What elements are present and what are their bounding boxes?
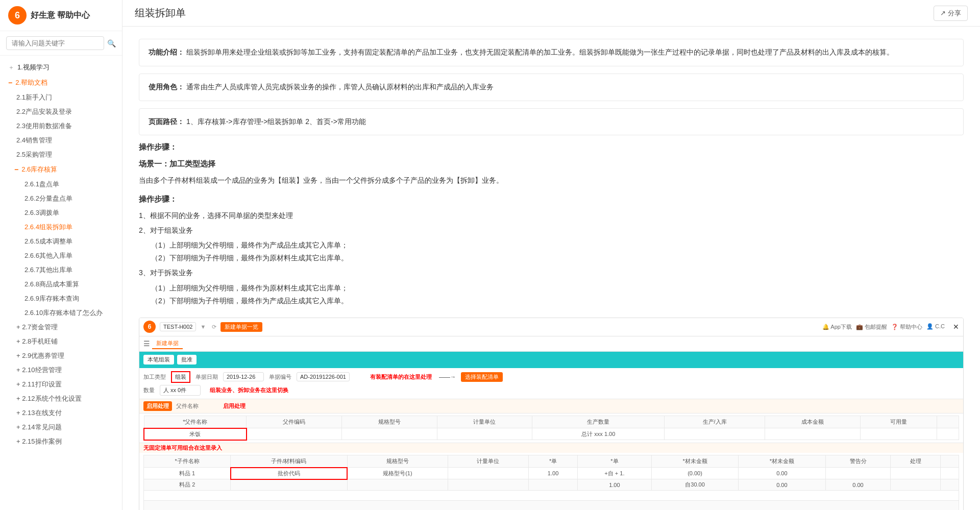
sidebar-item-267[interactable]: 2.6.7其他出库单	[0, 263, 122, 277]
sidebar-item-268[interactable]: 2.6.8商品成本重算	[0, 277, 122, 292]
mock-lth-5: *单	[529, 455, 578, 468]
search-input[interactable]	[6, 36, 104, 50]
mock-nav: ☰ 新建单据	[139, 336, 963, 352]
sidebar-item-23[interactable]: 2.3使用前数据准备	[0, 119, 122, 133]
sidebar-item-215[interactable]: + 2.15操作案例	[0, 434, 122, 449]
role-block: 使用角色： 通常由生产人员或库管人员完成拆装业务的操作，库管人员确认原材料的出库…	[139, 74, 964, 101]
sidebar-item-video[interactable]: ＋ 1.视频学习	[0, 60, 122, 75]
sidebar-item-210[interactable]: + 2.10经营管理	[0, 363, 122, 377]
sidebar-item-2610[interactable]: 2.6.10库存账本错了怎么办	[0, 306, 122, 320]
mock-td-spec	[341, 428, 437, 440]
ops-steps-title: 操作步骤：	[139, 195, 964, 204]
mock-ltd-1: 料品 1	[144, 468, 231, 479]
sidebar-item-212[interactable]: + 2.12系统个性化设置	[0, 392, 122, 406]
mock-ltd2-2	[231, 479, 347, 491]
search-box: 🔍	[0, 31, 122, 56]
sidebar-item-26[interactable]: − 2.6库存核算	[0, 162, 122, 177]
mock-upper-table-wrap: *父件名称 父件编码 规格型号 计量单位 生产数量 生产/入库 成本金额 可用量	[139, 414, 963, 443]
scene1-desc: 当由多个子件材料组装成一个成品的业务为【组装】业务，当由一个父件拆分成多个子产品…	[139, 174, 964, 187]
sidebar-item-docs[interactable]: − 2.帮助文档	[0, 75, 122, 90]
mock-config-btn[interactable]: 选择装配清单	[461, 372, 503, 382]
mock-upper-table: *父件名称 父件编码 规格型号 计量单位 生产数量 生产/入库 成本金额 可用量	[143, 416, 959, 441]
search-icon[interactable]: 🔍	[107, 39, 116, 47]
sidebar-item-261[interactable]: 2.6.1盘点单	[0, 177, 122, 191]
mock-form-area: 加工类型 组装 单据日期 2019-12-26 单据编号 AD-20191226…	[139, 368, 963, 399]
mock-toolbar-approve[interactable]: 批准	[177, 355, 197, 365]
mock-dropdown-icon: ▼	[200, 324, 206, 330]
sidebar-item-266[interactable]: 2.6.6其他入库单	[0, 249, 122, 263]
mock-nav-item-docs[interactable]: 新建单据	[152, 338, 183, 349]
sidebar-item-263[interactable]: 2.6.3调拨单	[0, 206, 122, 220]
mock-lower-table-wrap: *子件名称 子件/材料编码 规格型号 计量单位 *单 *单 *材未金额 *材未金…	[139, 453, 963, 510]
callout4-text: 无固定清单可用组合在这里录入	[143, 444, 222, 452]
step-1: 1、根据不同的业务，选择不同单据的类型来处理	[139, 209, 964, 222]
mock-lower-table: *子件名称 子件/材料编码 规格型号 计量单位 *单 *单 *材未金额 *材未金…	[143, 455, 959, 510]
mock-ltd2-3	[347, 479, 448, 491]
mock-th-7: 成本金额	[765, 416, 860, 428]
mock-lth-3: 规格型号	[347, 455, 448, 468]
step-2-1: （1）上部明细为父件明细，最终作为产成品生成其它入库单；	[151, 239, 964, 252]
sidebar-item-label: 2.6库存核算	[21, 165, 57, 174]
mock-ltd-10	[891, 468, 940, 479]
expand-icon: ＋	[8, 63, 14, 72]
sidebar-item-262[interactable]: 2.6.2分量盘点单	[0, 191, 122, 206]
mock-field-type-label: 加工类型	[143, 373, 166, 381]
callout1-arrow: ——→	[439, 374, 456, 380]
sidebar-item-213[interactable]: + 2.13在线支付	[0, 406, 122, 420]
mock-toolbar-save[interactable]: 本笔组装	[143, 355, 174, 365]
sidebar-item-24[interactable]: 2.4销售管理	[0, 133, 122, 148]
sidebar-item-264[interactable]: 2.6.4组装拆卸单	[0, 220, 122, 234]
sidebar-item-28[interactable]: + 2.8手机旺铺	[0, 334, 122, 349]
sidebar-header: 6 好生意 帮助中心	[0, 0, 122, 31]
mock-ltd2-1: 料品 2	[144, 479, 231, 491]
sidebar-item-21[interactable]: 2.1新手入门	[0, 90, 122, 105]
mock-ltd-7: (0.00)	[651, 468, 738, 479]
mock-ltd2-9: 0.00	[825, 479, 891, 491]
mock-qty-value[interactable]: 人 xx 0件	[160, 385, 201, 396]
mock-field-type-value[interactable]: 组装	[171, 371, 190, 383]
mock-td-name: 米饭	[144, 428, 247, 440]
mock-field-num-label: 单据编号	[269, 373, 291, 381]
scene1-title: 场景一：加工类型选择	[139, 159, 964, 169]
sidebar-item-label: 2.帮助文档	[15, 78, 47, 87]
sidebar-item-label: 1.视频学习	[17, 63, 50, 72]
sidebar-item-25[interactable]: 2.5采购管理	[0, 148, 122, 162]
mock-sidebar-toggle[interactable]: ☰	[143, 339, 150, 348]
intro-label: 功能介绍：	[149, 48, 184, 56]
mock-refresh-icon: ⟳	[212, 324, 216, 330]
mock-field-date[interactable]: 2019-12-26	[223, 372, 264, 381]
intro-block: 功能介绍： 组装拆卸单用来处理企业组装或拆卸等加工业务，支持有固定装配清单的产品…	[139, 39, 964, 66]
mock-ltd-4	[448, 468, 528, 479]
content: 功能介绍： 组装拆卸单用来处理企业组装或拆卸等加工业务，支持有固定装配清单的产品…	[122, 27, 980, 510]
sidebar-item-29[interactable]: + 2.9优惠券管理	[0, 349, 122, 363]
share-button[interactable]: ↗ 分享	[934, 6, 968, 21]
mock-screenshot: 6 TEST-H002 ▼ ⟳ 新建单据一览 🔔 App下载 💼 包邮提醒 ❓ …	[139, 318, 963, 510]
share-icon: ↗	[940, 9, 946, 17]
mock-logo: 6	[143, 321, 156, 333]
mock-th-1: *父件名称	[144, 416, 247, 428]
sidebar-item-265[interactable]: 2.6.5成本调整单	[0, 234, 122, 249]
step-3-2: （2）下部明细为子件明细，最终作为产成品生成其它入库单。	[151, 295, 964, 307]
sidebar-item-269[interactable]: 2.6.9库存账本查询	[0, 292, 122, 306]
mock-ltd-3: 规格型号(1)	[347, 468, 448, 479]
mock-td-action	[937, 428, 959, 440]
mock-ltd2-11	[940, 479, 959, 491]
logo-icon: 6	[8, 6, 27, 25]
table-row: 米饭 总计 xxx 1.00	[144, 428, 959, 440]
mock-field-num[interactable]: AD-20191226-001	[297, 372, 350, 381]
topbar: 组装拆卸单 ↗ 分享	[122, 0, 980, 27]
mock-icon-4: 👤 C.C	[926, 323, 945, 331]
path-label: 页面路径：	[149, 117, 184, 126]
nav-tree: ＋ 1.视频学习 − 2.帮助文档 2.1新手入门 2.2产品安装及登录 2.3…	[0, 56, 122, 510]
sidebar-item-27[interactable]: + 2.7资金管理	[0, 320, 122, 334]
callout3-text: 启用处理	[223, 402, 246, 410]
mock-icon-1: 🔔 App下载	[822, 323, 852, 331]
table-row: 料品 1 批价代码 规格型号(1) 1.00 +自 + 1. (0.00) 0.…	[144, 468, 959, 479]
mock-field-date-label: 单据日期	[195, 373, 218, 381]
mock-close-icon[interactable]: ✕	[953, 323, 959, 331]
mock-add-btn[interactable]: 新建单据一览	[220, 322, 262, 332]
sidebar-item-214[interactable]: + 2.14常见问题	[0, 420, 122, 434]
sidebar-item-211[interactable]: + 2.11打印设置	[0, 377, 122, 392]
sidebar-item-22[interactable]: 2.2产品安装及登录	[0, 105, 122, 119]
callout2-text: 组装业务、拆卸业务在这里切换	[210, 386, 288, 394]
